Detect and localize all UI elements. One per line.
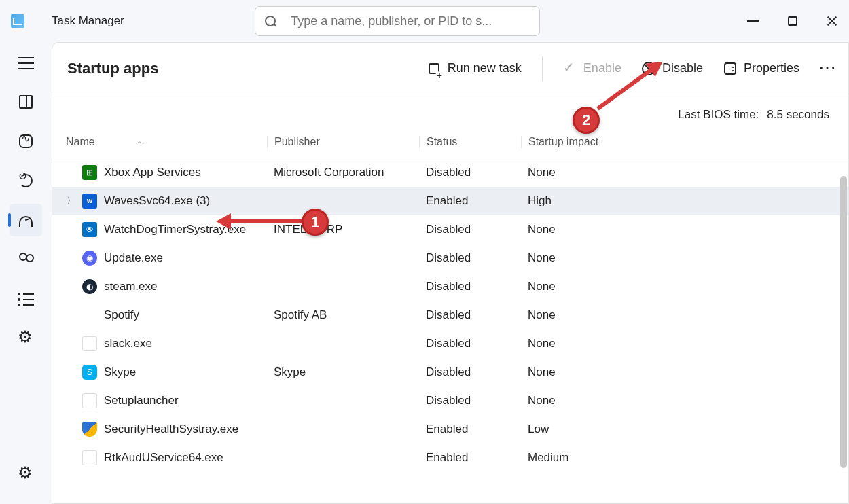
table-header: Name ︿ Publisher Status Startup impact — [52, 126, 848, 158]
app-icon: ⁂ — [82, 336, 97, 351]
row-status: Enabled — [419, 422, 521, 436]
users-icon — [18, 251, 34, 268]
row-name: Spotify — [104, 308, 139, 322]
nav-settings[interactable] — [10, 458, 42, 490]
row-impact: Medium — [521, 451, 621, 465]
check-icon — [563, 62, 577, 75]
sort-chevron-icon: ︿ — [136, 136, 144, 147]
enable-button: Enable — [563, 61, 621, 75]
table-body: ⊞Xbox App ServicesMicrosoft CorporationD… — [52, 158, 848, 472]
row-impact: None — [521, 308, 621, 322]
table-row[interactable]: SecurityHealthSystray.exeEnabledLow — [52, 415, 848, 444]
table-row[interactable]: ▦SetuplauncherDisabledNone — [52, 386, 848, 415]
details-icon — [18, 291, 34, 307]
table-row[interactable]: ◐steam.exeDisabledNone — [52, 272, 848, 301]
startup-table: Name ︿ Publisher Status Startup impact ⊞… — [52, 126, 848, 503]
row-name: slack.exe — [104, 337, 152, 350]
nav-services[interactable] — [10, 322, 42, 355]
nav-users[interactable] — [10, 243, 42, 276]
nav-app-history[interactable] — [10, 164, 42, 197]
col-header-status[interactable]: Status — [419, 136, 521, 148]
table-row[interactable]: SSkypeSkypeDisabledNone — [52, 358, 848, 386]
row-impact: None — [521, 223, 621, 236]
nav-performance[interactable] — [10, 125, 42, 158]
run-task-icon — [427, 62, 441, 75]
scrollbar-thumb[interactable] — [840, 176, 847, 468]
maximize-button[interactable] — [787, 15, 799, 27]
bios-value: 8.5 seconds — [767, 108, 829, 122]
row-publisher: Spotify AB — [267, 308, 419, 322]
row-name: SecurityHealthSystray.exe — [104, 422, 238, 436]
search-box[interactable] — [255, 6, 540, 36]
search-input[interactable] — [291, 14, 530, 29]
table-row[interactable]: ⁂slack.exeDisabledNone — [52, 329, 848, 358]
disable-label: Disable — [662, 61, 703, 75]
nav-details[interactable] — [10, 283, 42, 315]
app-title: Task Manager — [52, 14, 124, 28]
startup-icon — [18, 212, 34, 228]
row-status: Disabled — [419, 166, 521, 179]
table-row[interactable]: 〉WWavesSvc64.exe (3)EnabledHigh — [52, 187, 848, 215]
col-header-name[interactable]: Name ︿ — [52, 136, 267, 148]
row-name: RtkAudUService64.exe — [104, 451, 223, 465]
close-button[interactable] — [826, 15, 838, 27]
table-row[interactable]: 👁WatchDogTimerSystray.exeINTEL CORPDisab… — [52, 215, 848, 244]
app-icon — [82, 422, 97, 437]
app-icon — [11, 14, 24, 28]
settings-icon — [18, 466, 34, 482]
row-name: Xbox App Services — [104, 166, 201, 179]
col-header-publisher[interactable]: Publisher — [267, 136, 419, 148]
app-icon: ◐ — [82, 279, 97, 294]
row-impact: None — [521, 166, 621, 179]
annotation-badge-2: 2 — [573, 107, 600, 134]
nav-processes[interactable] — [10, 86, 42, 118]
row-impact: None — [521, 280, 621, 293]
table-row[interactable]: ⊞Xbox App ServicesMicrosoft CorporationD… — [52, 158, 848, 187]
row-status: Disabled — [419, 280, 521, 293]
toolbar: Startup apps Run new task Enable Disable — [52, 43, 848, 94]
nav-startup-apps[interactable] — [10, 204, 42, 236]
row-status: Disabled — [419, 251, 521, 265]
more-icon — [820, 62, 833, 75]
annotation-badge-1: 1 — [302, 209, 329, 236]
run-new-task-button[interactable]: Run new task — [427, 61, 522, 75]
row-name: Update.exe — [104, 251, 163, 265]
toolbar-buttons: Run new task Enable Disable Properties — [427, 56, 833, 81]
row-impact: High — [521, 194, 621, 208]
history-icon — [18, 173, 34, 189]
row-name: WavesSvc64.exe (3) — [104, 194, 210, 208]
row-name: steam.exe — [104, 280, 157, 293]
row-impact: None — [521, 365, 621, 379]
minimize-button[interactable] — [747, 15, 759, 27]
page-title: Startup apps — [67, 60, 158, 77]
table-row[interactable]: ▦RtkAudUService64.exeEnabledMedium — [52, 444, 848, 472]
app-icon: ▦ — [82, 450, 97, 465]
col-header-impact[interactable]: Startup impact — [521, 136, 621, 148]
app-icon: W — [82, 194, 97, 209]
sidebar — [0, 42, 52, 504]
row-name: Skype — [104, 365, 136, 379]
properties-button[interactable]: Properties — [723, 61, 799, 75]
row-status: Enabled — [419, 194, 521, 208]
menu-toggle[interactable] — [10, 46, 42, 79]
app-icon: S — [82, 365, 97, 380]
bios-time-row: Last BIOS time: 8.5 seconds — [52, 94, 848, 126]
table-row[interactable]: SpotifySpotify ABDisabledNone — [52, 301, 848, 329]
row-status: Disabled — [419, 365, 521, 379]
app-icon: 👁 — [82, 222, 97, 237]
row-impact: None — [521, 251, 621, 265]
app-icon: ◉ — [82, 251, 97, 266]
expand-chevron-icon[interactable]: 〉 — [66, 195, 75, 207]
app-icon: ▦ — [82, 393, 97, 408]
toolbar-separator — [542, 56, 543, 81]
table-row[interactable]: ◉Update.exeDisabledNone — [52, 244, 848, 272]
row-impact: None — [521, 337, 621, 350]
more-button[interactable] — [820, 62, 833, 75]
app-icon — [82, 308, 97, 323]
row-status: Disabled — [419, 394, 521, 408]
properties-icon — [723, 62, 737, 75]
search-icon — [265, 16, 276, 26]
main-layout: Startup apps Run new task Enable Disable — [0, 42, 849, 504]
row-name: Setuplauncher — [104, 394, 179, 408]
content-panel: Startup apps Run new task Enable Disable — [52, 42, 849, 504]
